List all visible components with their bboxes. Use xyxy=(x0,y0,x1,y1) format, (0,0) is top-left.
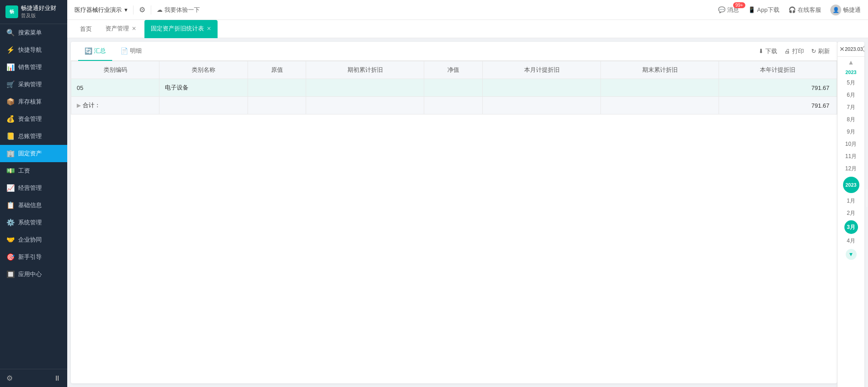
month-12[interactable]: 12月 xyxy=(838,163,864,175)
date-nav-up[interactable]: ▲ xyxy=(838,57,864,68)
sub-tab-summary[interactable]: 🔄 汇总 xyxy=(78,42,112,61)
content-wrapper: 🔄 汇总 📄 明细 ⬇ 下载 🖨 打印 xyxy=(67,38,868,387)
home-tab-label: 首页 xyxy=(80,25,92,32)
refresh-label: 刷新 xyxy=(818,47,830,55)
customer-service-button[interactable]: 🎧 在线客服 xyxy=(789,6,821,14)
table-row[interactable]: 05 电子设备 791.67 xyxy=(71,79,837,97)
sidebar-item-fixed-assets[interactable]: 🏢 固定资产 xyxy=(0,145,67,162)
sidebar-item-quick-nav-label: 快捷导航 xyxy=(18,46,42,54)
main-area: 医疗器械行业演示 ▾ ⚙ ☁ 我要体验一下 💬 消息 99+ 📱 App下载 🎧… xyxy=(67,0,868,387)
tab-depreciation-close[interactable]: ✕ xyxy=(207,25,211,32)
sidebar-item-inventory-label: 库存核算 xyxy=(18,98,42,106)
sidebar-item-operations[interactable]: 📈 经营管理 xyxy=(0,179,67,197)
sidebar-item-app-center[interactable]: 🔲 应用中心 xyxy=(0,266,67,283)
download-label: 下载 xyxy=(765,47,777,55)
month-2[interactable]: 2月 xyxy=(838,207,864,219)
sidebar-item-guide[interactable]: 🎯 新手引导 xyxy=(0,248,67,266)
sidebar-item-purchase[interactable]: 🛒 采购管理 xyxy=(0,76,67,93)
customer-service-label: 在线客服 xyxy=(798,6,821,14)
total-row: ▶ 合计： 791.67 xyxy=(71,97,837,114)
total-annual-dep: 791.67 xyxy=(719,97,837,114)
col-period-end-accum-depreciation: 期末累计折旧 xyxy=(601,61,719,79)
cell-original-value xyxy=(248,79,306,97)
settings-bottom-icon[interactable]: ⚙ xyxy=(6,374,13,382)
payroll-icon: 💵 xyxy=(6,167,15,175)
year-2023-label-top: 2023 xyxy=(838,68,864,77)
month-1[interactable]: 1月 xyxy=(838,195,864,207)
download-icon: ⬇ xyxy=(759,48,764,55)
total-original-value xyxy=(248,97,306,114)
cell-monthly-dep xyxy=(483,79,601,97)
col-original-value: 原值 xyxy=(248,61,306,79)
messages-button[interactable]: 💬 消息 99+ xyxy=(718,6,739,14)
date-panel-close-button[interactable]: ✕ xyxy=(839,45,845,53)
summary-icon: 🔄 xyxy=(84,47,92,55)
month-7[interactable]: 7月 xyxy=(838,101,864,114)
month-11[interactable]: 11月 xyxy=(838,150,864,163)
user-profile[interactable]: 👤 畅捷通 xyxy=(830,5,861,15)
user-name: 畅捷通 xyxy=(843,6,861,14)
sidebar-item-inventory[interactable]: 📦 库存核算 xyxy=(0,93,67,110)
tab-asset-mgmt[interactable]: 资产管理 ✕ xyxy=(99,20,143,38)
sidebar-collapse-button[interactable]: ⏸ xyxy=(54,374,61,382)
date-current-period: 2023.03 xyxy=(845,45,863,54)
company-dropdown-icon: ▾ xyxy=(124,6,128,13)
year-2023-circle[interactable]: 2023 xyxy=(843,177,859,193)
sub-tab-detail[interactable]: 📄 明细 xyxy=(114,42,148,61)
tab-home[interactable]: 首页 xyxy=(74,21,97,37)
sidebar-nav: 🔍 搜索菜单 ⚡ 快捷导航 📊 销售管理 🛒 采购管理 📦 库存核算 💰 资金管… xyxy=(0,24,67,369)
cell-net-value xyxy=(424,79,483,97)
sidebar-item-system-label: 系统管理 xyxy=(18,218,42,227)
download-button[interactable]: ⬇ 下载 xyxy=(759,47,777,55)
sidebar-logo: 畅 畅捷通好业财 普及版 xyxy=(0,0,67,24)
col-monthly-depreciation: 本月计提折旧 xyxy=(483,61,601,79)
month-10[interactable]: 10月 xyxy=(838,138,864,150)
sidebar-item-funds[interactable]: 💰 资金管理 xyxy=(0,110,67,128)
sidebar-item-payroll[interactable]: 💵 工资 xyxy=(0,162,67,179)
tab-asset-mgmt-close[interactable]: ✕ xyxy=(132,25,136,32)
sidebar-bottom: ⚙ ⏸ xyxy=(0,369,67,387)
app-center-icon: 🔲 xyxy=(6,270,15,278)
sidebar-item-basic-info[interactable]: 📋 基础信息 xyxy=(0,197,67,214)
sidebar-item-enterprise[interactable]: 🤝 企业协同 xyxy=(0,231,67,248)
cell-annual-dep: 791.67 xyxy=(719,79,837,97)
experience-button[interactable]: ☁ 我要体验一下 xyxy=(157,6,200,14)
print-icon: 🖨 xyxy=(784,48,790,55)
date-panel: ✕ 2023.03 ⛶ ▲ 2023 5月 6月 7月 8月 9月 10月 11… xyxy=(837,42,864,387)
month-8[interactable]: 8月 xyxy=(838,114,864,126)
date-panel-expand-button[interactable]: ⛶ xyxy=(863,45,864,53)
col-period-accum-depreciation: 期初累计折旧 xyxy=(306,61,424,79)
sidebar-item-ledger-label: 总账管理 xyxy=(18,132,42,140)
app-download-button[interactable]: 📱 App下载 xyxy=(748,6,779,14)
sidebar-item-system[interactable]: ⚙️ 系统管理 xyxy=(0,214,67,231)
month-6[interactable]: 6月 xyxy=(838,89,864,101)
sidebar-item-sales[interactable]: 📊 销售管理 xyxy=(0,59,67,76)
print-button[interactable]: 🖨 打印 xyxy=(784,47,804,55)
col-net-value: 净值 xyxy=(424,61,483,79)
tab-depreciation[interactable]: 固定资产折旧统计表 ✕ xyxy=(144,20,218,38)
month-4[interactable]: 4月 xyxy=(838,235,864,247)
sidebar-item-fixed-assets-label: 固定资产 xyxy=(18,149,42,158)
operations-icon: 📈 xyxy=(6,184,15,192)
month-3-selected[interactable]: 3月 xyxy=(844,220,858,234)
refresh-icon: ↻ xyxy=(811,48,816,55)
company-selector[interactable]: 医疗器械行业演示 ▾ xyxy=(74,6,128,14)
sidebar-item-ledger[interactable]: 📒 总账管理 xyxy=(0,128,67,145)
enterprise-icon: 🤝 xyxy=(6,236,15,244)
sub-tabs: 🔄 汇总 📄 明细 ⬇ 下载 🖨 打印 xyxy=(71,42,837,61)
date-panel-scroll[interactable]: ▲ 2023 5月 6月 7月 8月 9月 10月 11月 12月 2023 1… xyxy=(838,57,864,387)
topbar-settings-icon[interactable]: ⚙ xyxy=(139,5,145,14)
refresh-button[interactable]: ↻ 刷新 xyxy=(811,47,830,55)
sidebar-item-app-center-label: 应用中心 xyxy=(18,270,42,278)
print-label: 打印 xyxy=(792,47,804,55)
sidebar-item-quick-nav[interactable]: ⚡ 快捷导航 xyxy=(0,41,67,59)
sidebar-item-payroll-label: 工资 xyxy=(18,167,30,175)
tabs-bar: 首页 资产管理 ✕ 固定资产折旧统计表 ✕ xyxy=(67,20,868,38)
date-nav-down-circle[interactable]: ▼ xyxy=(846,249,857,260)
col-annual-depreciation: 本年计提折旧 xyxy=(719,61,837,79)
col-category-code: 类别编码 xyxy=(71,61,159,79)
month-9[interactable]: 9月 xyxy=(838,126,864,138)
month-5[interactable]: 5月 xyxy=(838,77,864,89)
sidebar-item-search[interactable]: 🔍 搜索菜单 xyxy=(0,24,67,41)
cell-category-code: 05 xyxy=(71,79,159,97)
